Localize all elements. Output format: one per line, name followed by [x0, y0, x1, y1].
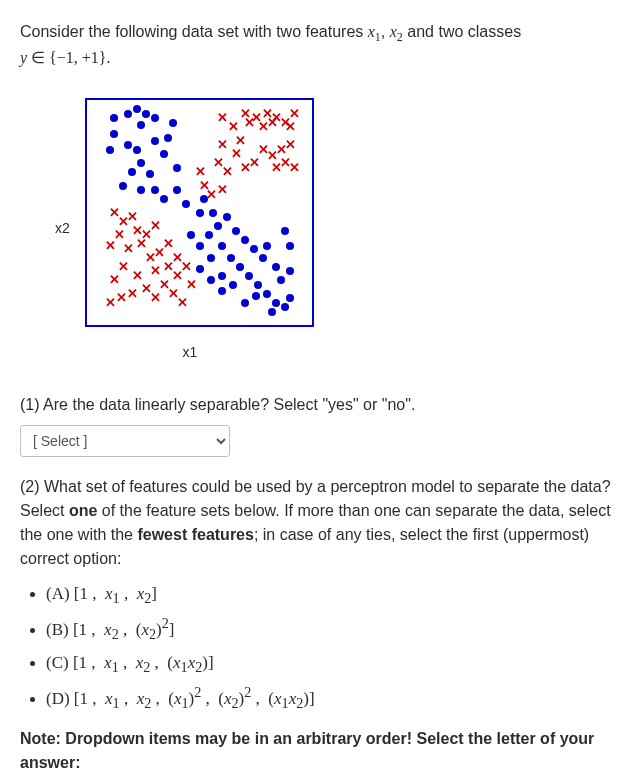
data-point-dot	[272, 263, 280, 271]
data-point-cross: ✕	[240, 163, 250, 173]
data-point-cross: ✕	[235, 136, 245, 146]
data-point-dot	[196, 242, 204, 250]
data-point-cross: ✕	[150, 266, 160, 276]
data-point-dot	[142, 110, 150, 118]
data-point-dot	[281, 303, 289, 311]
data-point-dot	[218, 287, 226, 295]
data-point-dot	[218, 242, 226, 250]
data-point-cross: ✕	[258, 145, 268, 155]
y-axis-label: x2	[55, 218, 70, 239]
data-point-dot	[151, 114, 159, 122]
intro-text-1: Consider the following data set with two…	[20, 23, 368, 40]
data-point-cross: ✕	[181, 262, 191, 272]
data-point-dot	[124, 141, 132, 149]
data-point-dot	[236, 263, 244, 271]
data-point-dot	[133, 105, 141, 113]
dropdown-note: Note: Dropdown items may be in an arbitr…	[20, 727, 617, 774]
data-point-dot	[124, 110, 132, 118]
data-point-dot	[232, 227, 240, 235]
data-point-dot	[286, 242, 294, 250]
var-x1: x1	[368, 23, 381, 40]
data-point-dot	[137, 121, 145, 129]
data-point-cross: ✕	[195, 167, 205, 177]
data-point-cross: ✕	[289, 109, 299, 119]
data-point-dot	[151, 186, 159, 194]
data-point-dot	[137, 186, 145, 194]
option-a: (A) [1 , x1 , x2]	[46, 581, 617, 610]
data-point-cross: ✕	[163, 239, 173, 249]
data-point-dot	[173, 164, 181, 172]
data-point-dot	[252, 292, 260, 300]
data-point-dot	[263, 290, 271, 298]
chart-plot-area: ✕✕✕✕✕✕✕✕✕✕✕✕✕✕✕✕✕✕✕✕✕✕✕✕✕✕✕✕✕✕✕✕✕✕✕✕✕✕✕✕…	[85, 98, 314, 327]
data-point-dot	[173, 186, 181, 194]
data-point-dot	[272, 299, 280, 307]
data-point-dot	[146, 170, 154, 178]
data-point-cross: ✕	[231, 149, 241, 159]
data-point-dot	[286, 294, 294, 302]
data-point-dot	[241, 236, 249, 244]
data-point-dot	[214, 222, 222, 230]
data-point-dot	[245, 272, 253, 280]
data-point-cross: ✕	[285, 122, 295, 132]
data-point-dot	[137, 159, 145, 167]
question-intro: Consider the following data set with two…	[20, 20, 617, 70]
feature-options-list: (A) [1 , x1 , x2] (B) [1 , x2 , (x2)2] (…	[20, 581, 617, 715]
data-point-dot	[187, 231, 195, 239]
data-point-cross: ✕	[105, 241, 115, 251]
question-2-text: (2) What set of features could be used b…	[20, 475, 617, 571]
data-point-dot	[133, 146, 141, 154]
data-point-cross: ✕	[105, 298, 115, 308]
data-point-dot	[254, 281, 262, 289]
data-point-dot	[259, 254, 267, 262]
data-point-dot	[160, 195, 168, 203]
option-d: (D) [1 , x1 , x2 , (x1)2 , (x2)2 , (x1x2…	[46, 683, 617, 715]
data-point-dot	[227, 254, 235, 262]
data-point-dot	[250, 245, 258, 253]
data-point-cross: ✕	[132, 271, 142, 281]
data-point-cross: ✕	[228, 122, 238, 132]
data-point-dot	[241, 299, 249, 307]
data-point-dot	[277, 276, 285, 284]
option-c: (C) [1 , x1 , x2 , (x1x2)]	[46, 650, 617, 679]
data-point-cross: ✕	[217, 140, 227, 150]
data-point-dot	[196, 265, 204, 273]
data-point-cross: ✕	[150, 221, 160, 231]
data-point-cross: ✕	[217, 113, 227, 123]
data-point-cross: ✕	[217, 185, 227, 195]
data-point-cross: ✕	[127, 212, 137, 222]
data-point-dot	[110, 114, 118, 122]
data-point-cross: ✕	[150, 293, 160, 303]
data-point-dot	[286, 267, 294, 275]
data-point-dot	[182, 200, 190, 208]
set-expr: ∈ {−1, +1}.	[27, 49, 110, 66]
data-point-dot	[209, 209, 217, 217]
scatter-chart: x2 ✕✕✕✕✕✕✕✕✕✕✕✕✕✕✕✕✕✕✕✕✕✕✕✕✕✕✕✕✕✕✕✕✕✕✕✕✕…	[50, 88, 330, 368]
data-point-dot	[229, 281, 237, 289]
question-1-select[interactable]: [ Select ]	[20, 425, 230, 457]
data-point-dot	[223, 213, 231, 221]
data-point-cross: ✕	[116, 293, 126, 303]
data-point-dot	[119, 182, 127, 190]
data-point-cross: ✕	[213, 158, 223, 168]
data-point-dot	[207, 254, 215, 262]
data-point-cross: ✕	[118, 262, 128, 272]
data-point-dot	[160, 150, 168, 158]
data-point-dot	[218, 272, 226, 280]
data-point-dot	[263, 242, 271, 250]
var-x2: x2	[390, 23, 403, 40]
data-point-cross: ✕	[186, 280, 196, 290]
data-point-cross: ✕	[109, 275, 119, 285]
data-point-cross: ✕	[177, 298, 187, 308]
data-point-cross: ✕	[123, 244, 133, 254]
data-point-dot	[196, 209, 204, 217]
data-point-dot	[205, 231, 213, 239]
intro-text-2: and two classes	[403, 23, 521, 40]
data-point-cross: ✕	[206, 190, 216, 200]
question-1-text: (1) Are the data linearly separable? Sel…	[20, 393, 617, 417]
data-point-cross: ✕	[127, 289, 137, 299]
data-point-dot	[281, 227, 289, 235]
data-point-dot	[128, 168, 136, 176]
data-point-dot	[268, 308, 276, 316]
data-point-dot	[106, 146, 114, 154]
